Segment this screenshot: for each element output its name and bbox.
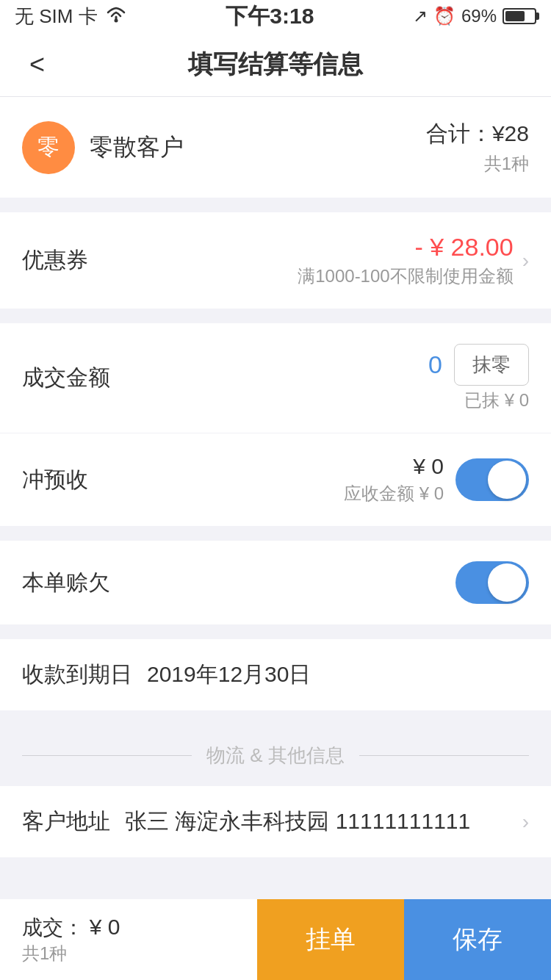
coupon-info: - ¥ 28.00 满1000-100不限制使用金额 [298,233,513,288]
amount-label: 成交金额 [22,363,110,393]
toggle-knob [488,461,526,499]
amount-value[interactable]: 0 [428,350,442,379]
back-button[interactable]: < [22,42,52,87]
debt-toggle-knob [488,563,526,602]
battery-percent: 69% [461,6,497,26]
coupon-chevron: › [522,249,529,273]
amount-right: 0 抹零 已抹 ¥ 0 [428,344,529,412]
address-value: 张三 海淀永丰科技园 11111111111 [125,807,470,837]
hold-button[interactable]: 挂单 [257,899,404,980]
deal-amount: ¥ 0 [90,915,120,939]
bottom-count: 共1种 [22,942,235,965]
deal-label: 成交： [22,916,84,939]
debt-row: 本单赊欠 [0,541,551,624]
status-right: ↗ ⏰ 69% [413,6,536,26]
location-icon: ↗ [413,6,428,26]
alarm-icon: ⏰ [433,6,455,26]
customer-name: 零散客户 [90,131,184,164]
divider-right [359,755,529,756]
address-row[interactable]: 客户地址 张三 海淀永丰科技园 11111111111 › [0,786,551,857]
debt-section: 本单赊欠 [0,541,551,624]
save-button[interactable]: 保存 [404,899,551,980]
coupon-discount: - ¥ 28.00 [298,233,513,262]
divider-left [22,755,192,756]
coupon-row[interactable]: 优惠券 - ¥ 28.00 满1000-100不限制使用金额 › [0,212,551,309]
content-area: 零 零散客户 合计：¥28 共1种 优惠券 - ¥ 28.00 满1000-10… [0,97,551,960]
bottom-summary: 成交： ¥ 0 共1种 [0,914,257,965]
prepaid-sub: 应收金额 ¥ 0 [344,482,444,505]
prepaid-right: ¥ 0 应收金额 ¥ 0 [344,454,529,505]
amount-row: 成交金额 0 抹零 已抹 ¥ 0 [0,323,551,433]
logistics-divider-line: 物流 & 其他信息 [22,743,529,768]
customer-left: 零 零散客户 [22,121,184,174]
debt-label: 本单赊欠 [22,568,110,598]
coupon-section[interactable]: 优惠券 - ¥ 28.00 满1000-100不限制使用金额 › [0,212,551,309]
customer-row: 零 零散客户 合计：¥28 共1种 [0,97,551,198]
address-label: 客户地址 [22,807,110,837]
coupon-right: - ¥ 28.00 满1000-100不限制使用金额 › [298,233,529,288]
customer-right: 合计：¥28 共1种 [426,119,529,176]
battery-fill [505,11,525,21]
debt-toggle[interactable] [455,561,529,604]
carrier-label: 无 SIM 卡 [15,4,98,29]
amount-input-area: 0 抹零 [428,344,529,386]
avatar-char: 零 [37,132,60,162]
prepaid-label: 冲预收 [22,465,88,495]
duedate-section: 收款到期日 2019年12月30日 [0,639,551,710]
wifi-icon [105,5,127,28]
customer-avatar: 零 [22,121,75,174]
page-title: 填写结算等信息 [188,48,363,82]
prepaid-toggle[interactable] [455,458,529,501]
logistics-label: 物流 & 其他信息 [206,743,345,768]
status-time: 下午3:18 [226,1,314,32]
round-button[interactable]: 抹零 [454,344,529,386]
prepaid-amount: ¥ 0 [344,454,444,479]
svg-point-0 [114,18,118,22]
prepaid-row: 冲预收 ¥ 0 应收金额 ¥ 0 [0,433,551,526]
address-chevron: › [522,810,529,834]
status-bar: 无 SIM 卡 下午3:18 ↗ ⏰ 69% [0,0,551,32]
customer-count: 共1种 [426,152,529,176]
bottom-actions: 挂单 保存 [257,899,551,980]
nav-bar: < 填写结算等信息 [0,32,551,97]
duedate-value: 2019年12月30日 [147,660,311,690]
duedate-row: 收款到期日 2019年12月30日 [0,639,551,710]
transaction-section: 成交金额 0 抹零 已抹 ¥ 0 冲预收 ¥ 0 应收金额 ¥ 0 [0,323,551,526]
logistics-divider-container: 物流 & 其他信息 [0,725,551,786]
coupon-description: 满1000-100不限制使用金额 [298,264,513,288]
coupon-label: 优惠券 [22,245,88,275]
battery-icon [503,8,536,24]
rounded-label: 已抹 ¥ 0 [428,389,529,412]
duedate-label: 收款到期日 [22,660,132,690]
bottom-deal: 成交： ¥ 0 [22,914,235,942]
status-left: 无 SIM 卡 [15,4,127,29]
address-section[interactable]: 客户地址 张三 海淀永丰科技园 11111111111 › [0,786,551,857]
bottom-bar: 成交： ¥ 0 共1种 挂单 保存 [0,899,551,980]
customer-total: 合计：¥28 [426,119,529,149]
address-left: 客户地址 张三 海淀永丰科技园 11111111111 [22,807,470,837]
